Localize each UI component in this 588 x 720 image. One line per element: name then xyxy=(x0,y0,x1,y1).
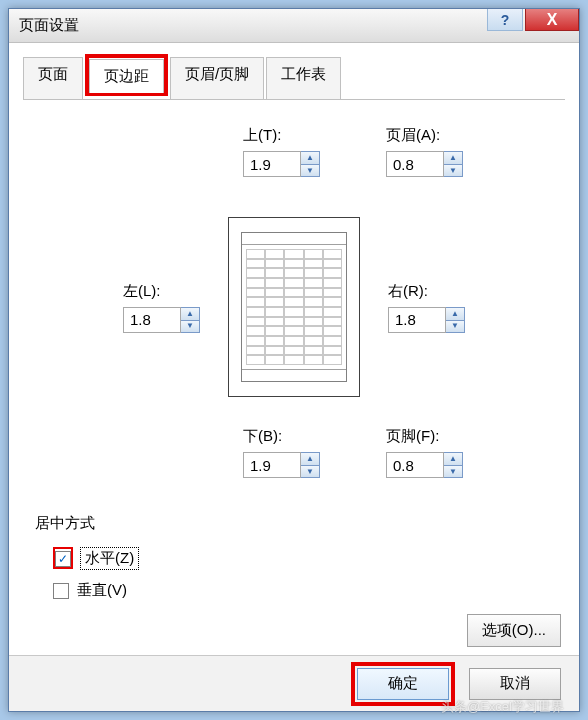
preview-inner xyxy=(241,232,347,382)
spinner-down-icon[interactable]: ▼ xyxy=(181,320,199,332)
preview-footer xyxy=(242,369,346,381)
top-input[interactable] xyxy=(243,151,301,177)
header-spinner[interactable]: ▲▼ xyxy=(386,151,463,177)
spinner-up-icon[interactable]: ▲ xyxy=(444,453,462,465)
tab-header-footer[interactable]: 页眉/页脚 xyxy=(170,57,264,99)
center-section: 居中方式 ✓ 水平(Z) 垂直(V) xyxy=(23,514,565,602)
left-spinner[interactable]: ▲▼ xyxy=(123,307,200,333)
preview-grid xyxy=(246,249,342,365)
top-margin-group: 上(T): ▲▼ xyxy=(243,126,320,177)
page-setup-dialog: 页面设置 ? X 页面 页边距 页眉/页脚 工作表 上(T): ▲▼ xyxy=(8,8,580,712)
spinner-up-icon[interactable]: ▲ xyxy=(301,453,319,465)
dialog-title: 页面设置 xyxy=(19,16,487,35)
bottom-spinner[interactable]: ▲▼ xyxy=(243,452,320,478)
tab-margins-highlight: 页边距 xyxy=(85,54,168,96)
bottom-input[interactable] xyxy=(243,452,301,478)
watermark: 头条@Excel学习世界 xyxy=(441,698,564,716)
left-margin-group: 左(L): ▲▼ xyxy=(123,282,200,333)
tab-row: 页面 页边距 页眉/页脚 工作表 xyxy=(23,57,565,100)
titlebar: 页面设置 ? X xyxy=(9,9,579,43)
horizontal-label: 水平(Z) xyxy=(81,548,138,569)
right-spinner[interactable]: ▲▼ xyxy=(388,307,465,333)
title-buttons: ? X xyxy=(487,9,579,42)
preview-header xyxy=(242,233,346,245)
top-label: 上(T): xyxy=(243,126,281,145)
tab-margins[interactable]: 页边距 xyxy=(89,59,164,93)
options-button[interactable]: 选项(O)... xyxy=(467,614,561,647)
spinner-up-icon[interactable]: ▲ xyxy=(446,308,464,320)
center-title: 居中方式 xyxy=(35,514,565,533)
top-row: 上(T): ▲▼ 页眉(A): ▲▼ xyxy=(23,126,483,177)
right-input[interactable] xyxy=(388,307,446,333)
ok-button[interactable]: 确定 xyxy=(357,668,449,700)
horizontal-checkbox-highlight: ✓ xyxy=(53,547,73,569)
cancel-button[interactable]: 取消 xyxy=(469,668,561,700)
spinner-up-icon[interactable]: ▲ xyxy=(444,152,462,164)
spinner-down-icon[interactable]: ▼ xyxy=(444,465,462,477)
header-margin-group: 页眉(A): ▲▼ xyxy=(386,126,463,177)
tab-page[interactable]: 页面 xyxy=(23,57,83,99)
margins-content: 上(T): ▲▼ 页眉(A): ▲▼ 左(L): xyxy=(23,100,565,602)
vertical-checkbox[interactable] xyxy=(53,583,69,599)
spinner-down-icon[interactable]: ▼ xyxy=(444,164,462,176)
bottom-row: 下(B): ▲▼ 页脚(F): ▲▼ xyxy=(23,427,483,478)
help-button[interactable]: ? xyxy=(487,9,523,31)
footer-input[interactable] xyxy=(386,452,444,478)
header-input[interactable] xyxy=(386,151,444,177)
left-label: 左(L): xyxy=(123,282,161,301)
middle-row: 左(L): ▲▼ xyxy=(23,217,565,397)
right-label: 右(R): xyxy=(388,282,428,301)
vertical-row[interactable]: 垂直(V) xyxy=(35,579,565,602)
top-spinner[interactable]: ▲▼ xyxy=(243,151,320,177)
spinner-down-icon[interactable]: ▼ xyxy=(446,320,464,332)
footer-label: 页脚(F): xyxy=(386,427,439,446)
close-button[interactable]: X xyxy=(525,9,579,31)
tab-sheet[interactable]: 工作表 xyxy=(266,57,341,99)
spinner-up-icon[interactable]: ▲ xyxy=(181,308,199,320)
left-input[interactable] xyxy=(123,307,181,333)
page-preview xyxy=(228,217,360,397)
option-row: 选项(O)... xyxy=(467,614,561,647)
bottom-label: 下(B): xyxy=(243,427,282,446)
footer-margin-group: 页脚(F): ▲▼ xyxy=(386,427,463,478)
spinner-down-icon[interactable]: ▼ xyxy=(301,164,319,176)
horizontal-row[interactable]: ✓ 水平(Z) xyxy=(35,545,565,571)
spinner-down-icon[interactable]: ▼ xyxy=(301,465,319,477)
vertical-label: 垂直(V) xyxy=(77,581,127,600)
dialog-body: 页面 页边距 页眉/页脚 工作表 上(T): ▲▼ 页眉(A): xyxy=(9,43,579,711)
footer-spinner[interactable]: ▲▼ xyxy=(386,452,463,478)
ok-highlight: 确定 xyxy=(351,662,455,706)
horizontal-checkbox[interactable]: ✓ xyxy=(55,551,71,567)
header-label: 页眉(A): xyxy=(386,126,440,145)
right-margin-group: 右(R): ▲▼ xyxy=(388,282,465,333)
spinner-up-icon[interactable]: ▲ xyxy=(301,152,319,164)
bottom-margin-group: 下(B): ▲▼ xyxy=(243,427,320,478)
